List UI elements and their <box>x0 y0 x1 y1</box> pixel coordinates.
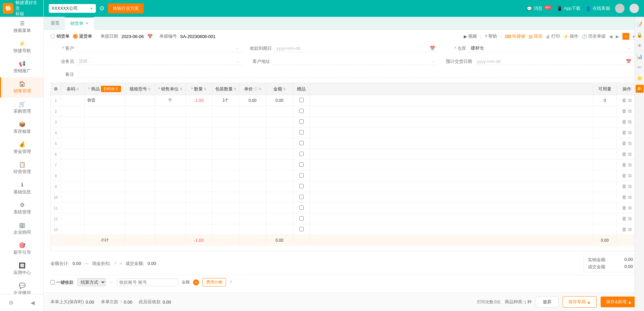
delete-row-1-icon[interactable]: 🗑 <box>622 98 627 103</box>
gift-checkbox-5[interactable] <box>299 141 304 145</box>
sidebar-item-operation[interactable]: 📋 经营管理 <box>0 158 43 178</box>
payment-method-select[interactable]: 结算方式 <box>77 278 106 286</box>
amount-1[interactable]: 0.00 <box>266 95 293 106</box>
expense-split-btn[interactable]: 费用分摊 <box>202 278 226 286</box>
tab-close-icon[interactable]: ✕ <box>85 21 88 26</box>
gift-checkbox-9[interactable] <box>299 184 304 188</box>
unit-1[interactable]: 个 <box>155 95 185 106</box>
copy-row-icon[interactable]: ⧉ <box>628 227 632 232</box>
product-1[interactable]: 拆贡 <box>84 95 125 106</box>
pack-qty-1[interactable]: 1个 <box>212 95 239 106</box>
copy-row-icon[interactable]: ⧉ <box>628 130 632 135</box>
add-payment-btn[interactable]: + <box>193 279 199 285</box>
save-draft-btn[interactable]: 保存草稿 ▲ <box>563 296 597 308</box>
help-btn[interactable]: ? 帮助 <box>485 33 497 39</box>
panel-icon-4[interactable]: 📊 <box>636 52 644 61</box>
header-settings-icon[interactable]: ⚙ <box>99 5 105 12</box>
remarks-input[interactable] <box>76 71 634 78</box>
panel-icon-1[interactable]: 📝 <box>636 20 644 28</box>
gift-checkbox-7[interactable] <box>299 162 304 167</box>
calendar-icon[interactable]: 📅 <box>147 34 153 39</box>
tab-home[interactable]: 首页 <box>45 17 65 30</box>
copy-row-icon[interactable]: ⧉ <box>628 173 632 179</box>
shortcuts-btn[interactable]: ⌨ 快捷键 <box>505 33 525 39</box>
copy-row-1-icon[interactable]: ⧉ <box>628 98 632 103</box>
copy-row-icon[interactable]: ⧉ <box>628 162 632 168</box>
sidebar-item-quick-nav[interactable]: ⚡ 快捷导航 <box>0 37 43 57</box>
warehouse-input[interactable]: 建材仓 ··· <box>468 44 634 52</box>
gift-checkbox-2[interactable] <box>299 109 304 113</box>
copy-row-icon[interactable]: ⧉ <box>628 151 632 157</box>
sidebar-item-basic-info[interactable]: ℹ 基础信息 <box>0 178 43 198</box>
one-click-checkbox[interactable] <box>50 280 55 284</box>
panel-icon-3[interactable]: 👁 <box>636 42 644 50</box>
nav-prev-icon[interactable]: ◀ <box>609 34 612 39</box>
user-avatar[interactable] <box>615 4 624 13</box>
copy-row-icon[interactable]: ⧉ <box>628 216 632 222</box>
tab-sales-order[interactable]: 销货单 ✕ <box>65 17 94 30</box>
sidebar-item-guide[interactable]: 🎯 新手引导 <box>0 239 43 259</box>
sidebar-item-purchase[interactable]: 🛒 采购管理 <box>0 98 43 118</box>
sidebar-item-sales[interactable]: 🏠 销售管理 <box>0 77 43 98</box>
delete-row-icon[interactable]: 🗑 <box>622 205 627 211</box>
gift-checkbox-4[interactable] <box>299 130 304 134</box>
delete-row-icon[interactable]: 🗑 <box>622 194 627 200</box>
delete-row-icon[interactable]: 🗑 <box>622 108 627 114</box>
col-settings[interactable]: ⚙ <box>51 83 61 95</box>
video-btn[interactable]: ▶ 视频 <box>464 33 477 39</box>
list-view-icon[interactable]: ≡ <box>622 33 629 40</box>
gift-checkbox-1[interactable] <box>299 98 304 102</box>
notes-1[interactable] <box>310 95 593 106</box>
sidebar-item-corp-wechat[interactable]: 💬 企业微信 <box>0 279 43 294</box>
sidebar-item-enterprise[interactable]: 🏢 企业协同 <box>0 219 43 239</box>
user-avatar-2[interactable] <box>630 4 639 13</box>
company-selector[interactable]: XXXXXX公司 ▼ <box>49 4 96 13</box>
copy-row-icon[interactable]: ⧉ <box>628 184 632 189</box>
gift-checkbox-13[interactable] <box>299 227 304 231</box>
salesperson-input[interactable]: 选择... ··· <box>76 57 242 65</box>
sidebar-item-marketing[interactable]: 📢 营销推广 <box>0 57 43 77</box>
copy-row-icon[interactable]: ⧉ <box>628 141 632 146</box>
sidebar-item-app-center[interactable]: 🔲 应用中心 <box>0 259 43 279</box>
expected-delivery-input[interactable]: yyyy-mm-dd 📅 <box>474 58 634 65</box>
filter-btn[interactable]: ▤ 筛选 <box>529 33 542 39</box>
customer-address-input[interactable]: ··· <box>272 58 438 65</box>
gift-checkbox-10[interactable] <box>299 195 304 199</box>
gift-checkbox-11[interactable] <box>299 205 304 210</box>
account-input[interactable] <box>117 278 178 286</box>
abandon-btn[interactable]: 放弃 <box>536 296 559 308</box>
delete-row-icon[interactable]: 🗑 <box>622 151 627 157</box>
save-new-btn[interactable]: 保存&新增 ▲ <box>601 297 637 307</box>
gift-checkbox-6[interactable] <box>299 152 304 156</box>
gift-1[interactable] <box>293 95 310 106</box>
delete-row-icon[interactable]: 🗑 <box>622 184 627 189</box>
print-btn[interactable]: 🖨 打印 <box>546 33 560 39</box>
panel-icon-6[interactable]: ⭐ <box>636 74 644 82</box>
panel-icon-5[interactable]: ✏ <box>636 63 644 71</box>
sidebar-item-sys[interactable]: ⚙ 系统管理 <box>0 198 43 219</box>
delete-row-icon[interactable]: 🗑 <box>622 130 627 135</box>
app-download-group[interactable]: 📱 App下载 <box>557 5 580 11</box>
expense-help-icon[interactable]: ? <box>229 280 232 285</box>
trial-btn[interactable]: 体验行业方案 <box>108 3 144 13</box>
sidebar-item-search[interactable]: ☰ 搜索菜单 <box>0 17 43 37</box>
unit-price-1[interactable]: 0.00 <box>239 95 266 106</box>
copy-row-icon[interactable]: ⧉ <box>628 119 632 125</box>
sidebar-item-capital[interactable]: 💰 资金管理 <box>0 138 43 158</box>
gift-checkbox-8[interactable] <box>299 173 304 178</box>
delete-row-icon[interactable]: 🗑 <box>622 162 627 168</box>
due-help-icon[interactable]: ? <box>120 300 122 304</box>
delete-row-icon[interactable]: 🗑 <box>622 227 627 232</box>
one-click-payment-checkbox[interactable]: 一键收款 <box>50 279 74 285</box>
delete-row-icon[interactable]: 🗑 <box>622 173 627 179</box>
operations-btn[interactable]: ⚡ 操作 <box>563 33 578 39</box>
online-service-group[interactable]: 👤 在线客服 <box>585 5 610 11</box>
sidebar-item-inventory[interactable]: 📦 库存核算 <box>0 118 43 138</box>
payment-due-input[interactable]: yyyy-mm-dd 📅 <box>274 45 438 52</box>
barcode-1[interactable] <box>61 95 84 106</box>
notification-group[interactable]: 💬 消息 99+ <box>527 5 552 11</box>
delete-row-icon[interactable]: 🗑 <box>622 216 627 222</box>
panel-icon-2[interactable]: 🔒 <box>636 31 644 39</box>
return-order-radio[interactable]: 退货单 <box>73 33 92 39</box>
spec-1[interactable] <box>125 95 155 106</box>
